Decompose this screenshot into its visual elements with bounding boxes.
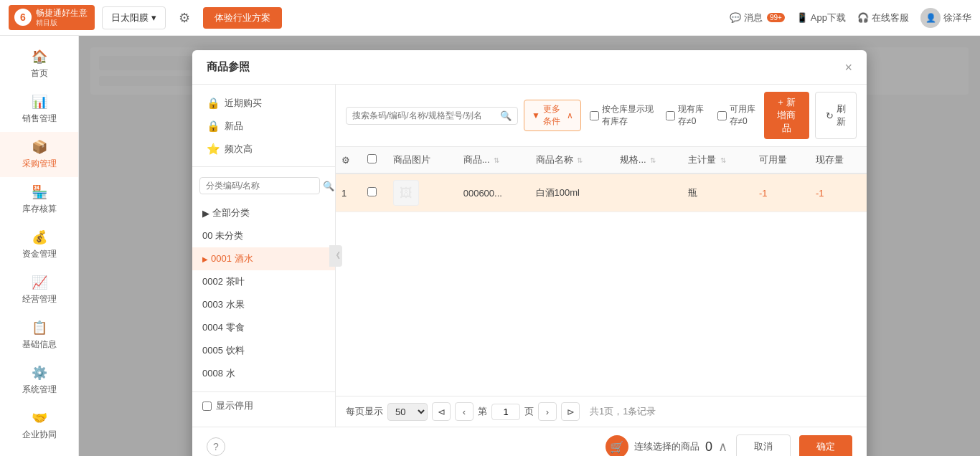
toolbar: 🔍 ▼ 更多条件 ∧ 按仓库显示现有库存 [336, 85, 867, 147]
sidebar-item-finance[interactable]: 💰 资金管理 [0, 222, 78, 267]
col-stock[interactable]: 现存量 [810, 147, 867, 174]
row-stock: -1 [810, 174, 867, 212]
checkbox-stock-nonzero[interactable]: 现有库存≠0 [666, 103, 707, 128]
refresh-button[interactable]: ↻ 刷新 [815, 92, 857, 139]
last-page-button[interactable]: ⊳ [561, 402, 580, 421]
cart-count: 0 [705, 440, 712, 455]
sidebar-item-basic[interactable]: 📋 基础信息 [0, 313, 78, 358]
checkbox-available-label: 可用库存≠0 [730, 103, 758, 128]
logo-text: 畅捷通好生意 精目版 [36, 8, 88, 27]
store-selector[interactable]: 日太阳膜 ▾ [102, 6, 166, 29]
category-0008[interactable]: 0008 水 [192, 362, 335, 385]
confirm-button[interactable]: 确定 [799, 435, 852, 456]
nav-new-product[interactable]: 🔒 新品 [199, 115, 328, 138]
help-icon[interactable]: ? [207, 437, 225, 456]
next-page-button[interactable]: › [538, 402, 557, 421]
nav-recent-buy[interactable]: 🔒 近期购买 [199, 92, 328, 115]
message-button[interactable]: 💬 消息 99+ [730, 11, 785, 24]
filter-button[interactable]: ▼ 更多条件 ∧ [524, 100, 581, 131]
sidebar-label-inventory: 库存核算 [22, 203, 57, 215]
modal-header: 商品参照 × [192, 50, 867, 85]
col-available[interactable]: 可用量 [753, 147, 810, 174]
checkbox-warehouse-input[interactable] [590, 111, 599, 120]
col-unit[interactable]: 主计量 ⇅ [682, 147, 753, 174]
checkbox-stock-input[interactable] [666, 111, 675, 120]
sidebar-item-system[interactable]: ⚙️ 系统管理 [0, 358, 78, 403]
col-name[interactable]: 商品名称 ⇅ [530, 147, 614, 174]
cancel-button[interactable]: 取消 [736, 434, 791, 456]
top-nav: 6 畅捷通好生意 精目版 日太阳膜 ▾ ⚙ 体验行业方案 💬 消息 99+ 📱 … [0, 0, 980, 36]
sidebar-label-sales: 销售管理 [22, 113, 57, 125]
enterprise-icon: 🤝 [32, 410, 47, 426]
category-0004-label: 0004 零食 [202, 321, 245, 334]
category-0001[interactable]: ▶ 0001 酒水 [192, 247, 335, 270]
category-0004[interactable]: 0004 零食 [192, 316, 335, 339]
category-0003[interactable]: 0003 水果 [192, 293, 335, 316]
category-0010[interactable]: 0010 家电 [192, 385, 335, 391]
filter-icon: ▼ [532, 110, 540, 120]
footer-cart: 🛒 连续选择的商品 0 ∧ [606, 435, 727, 456]
chevron-up-icon[interactable]: ∧ [718, 439, 727, 455]
content-area: 商品参照 × 🔒 近期购买 🔒 [79, 36, 980, 456]
sales-icon: 📊 [32, 94, 47, 110]
cart-icon[interactable]: 🛒 [606, 435, 628, 456]
collapse-panel-button[interactable]: 《 [329, 245, 342, 267]
category-search-input[interactable] [199, 177, 320, 194]
category-0005[interactable]: 0005 饮料 [192, 339, 335, 362]
category-0002[interactable]: 0002 茶叶 [192, 270, 335, 293]
category-search-icon[interactable]: 🔍 [323, 181, 334, 191]
category-00[interactable]: 00 未分类 [192, 224, 335, 247]
settings-icon[interactable]: ⚙ [173, 6, 196, 29]
row-name: 白酒100ml [530, 174, 614, 212]
store-name: 日太阳膜 [111, 11, 149, 24]
select-all-checkbox[interactable] [367, 154, 377, 163]
sidebar-item-guide[interactable]: 📚 新手引导 [0, 448, 78, 456]
prev-page-button[interactable]: ‹ [455, 402, 473, 421]
show-disabled-row: 显示停用 [192, 391, 335, 419]
left-nav: 🔒 近期购买 🔒 新品 ⭐ 频次高 [192, 92, 335, 161]
recent-buy-label: 近期购买 [225, 97, 262, 110]
high-freq-label: 频次高 [225, 143, 253, 156]
sidebar-item-operation[interactable]: 📈 经营管理 [0, 267, 78, 313]
sidebar-item-inventory[interactable]: 🏪 库存核算 [0, 177, 78, 222]
col-code[interactable]: 商品... ⇅ [458, 147, 530, 174]
checkbox-available-input[interactable] [717, 111, 727, 120]
category-0003-label: 0003 水果 [202, 298, 245, 311]
row-available: -1 [753, 174, 810, 212]
col-spec[interactable]: 规格... ⇅ [614, 147, 682, 174]
sidebar-label-operation: 经营管理 [22, 293, 57, 305]
sidebar-item-enterprise[interactable]: 🤝 企业协同 [0, 403, 78, 448]
first-page-button[interactable]: ⊲ [432, 402, 451, 421]
sidebar-item-home[interactable]: 🏠 首页 [0, 42, 78, 87]
table-row[interactable]: 1 🖼 [336, 174, 867, 212]
online-service-button[interactable]: 🎧 在线客服 [857, 11, 909, 24]
app-download-button[interactable]: 📱 App下载 [796, 11, 846, 24]
checkbox-available-nonzero[interactable]: 可用库存≠0 [717, 103, 758, 128]
add-product-button[interactable]: + 新增商品 [764, 92, 809, 139]
nav-high-freq[interactable]: ⭐ 频次高 [199, 138, 328, 161]
sidebar-item-purchase[interactable]: 📦 采购管理 [0, 132, 78, 177]
page-number-input[interactable] [491, 404, 520, 420]
row-image: 🖼 [387, 174, 458, 212]
modal-close-button[interactable]: × [844, 61, 852, 74]
headset-icon: 🎧 [857, 12, 869, 23]
user-menu[interactable]: 👤 徐泽华 [920, 8, 971, 28]
page-size-select[interactable]: 50 100 200 [387, 403, 428, 421]
category-0005-label: 0005 饮料 [202, 344, 245, 357]
col-settings[interactable]: ⚙ [336, 147, 362, 174]
checkbox-warehouse[interactable]: 按仓库显示现有库存 [590, 103, 656, 128]
experience-button[interactable]: 体验行业方案 [203, 7, 282, 29]
sidebar-item-sales[interactable]: 📊 销售管理 [0, 87, 78, 132]
show-disabled-checkbox[interactable] [202, 402, 212, 411]
product-search-input[interactable] [352, 110, 496, 120]
main-layout: 🏠 首页 📊 销售管理 📦 采购管理 🏪 库存核算 💰 资金管理 📈 经营管理 … [0, 36, 980, 456]
row-checkbox[interactable] [362, 174, 387, 212]
high-freq-icon: ⭐ [207, 143, 220, 156]
sort-spec-icon: ⇅ [650, 156, 656, 164]
logo[interactable]: 6 畅捷通好生意 精目版 [9, 5, 95, 29]
category-all[interactable]: ▶ 全部分类 [192, 201, 335, 224]
category-all-label: 全部分类 [212, 206, 250, 219]
search-icon[interactable]: 🔍 [500, 110, 512, 121]
new-product-icon: 🔒 [207, 120, 220, 133]
filter-label: 更多条件 [543, 103, 564, 128]
